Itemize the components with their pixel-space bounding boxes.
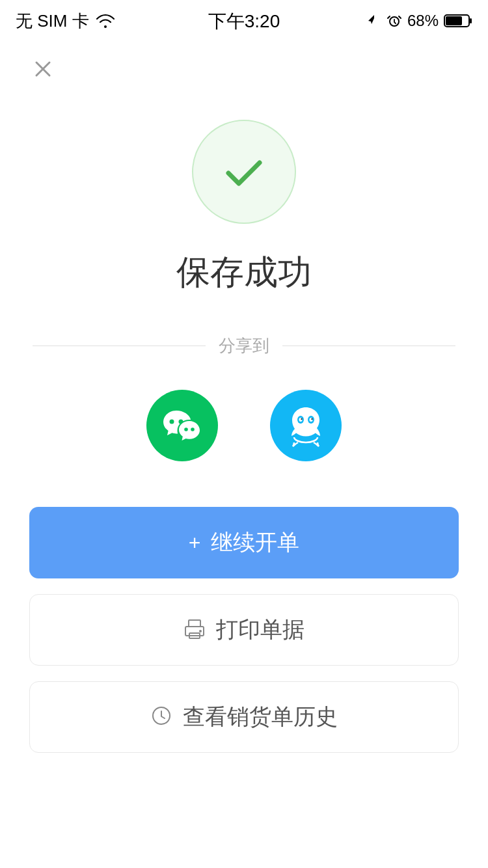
share-line-right — [282, 346, 455, 346]
svg-point-7 — [191, 427, 195, 431]
status-left: 无 SIM 卡 — [16, 10, 115, 33]
status-time: 下午3:20 — [208, 9, 280, 34]
share-wechat-button[interactable] — [146, 390, 218, 461]
success-title: 保存成功 — [176, 250, 312, 295]
close-icon — [31, 57, 55, 81]
share-line-left — [33, 346, 206, 346]
share-divider: 分享到 — [0, 334, 488, 357]
no-sim-text: 无 SIM 卡 — [16, 10, 89, 33]
history-label: 查看销货单历史 — [183, 702, 338, 732]
svg-point-6 — [184, 427, 188, 431]
share-label: 分享到 — [206, 334, 282, 357]
printer-icon — [183, 617, 206, 643]
share-icons — [146, 390, 342, 461]
print-button[interactable]: 打印单据 — [29, 594, 459, 666]
main-content: 保存成功 分享到 — [0, 42, 488, 753]
svg-rect-2 — [446, 16, 462, 25]
success-circle — [192, 120, 296, 224]
svg-point-12 — [301, 418, 302, 420]
history-icon — [150, 705, 172, 730]
plus-icon: + — [189, 532, 201, 553]
share-qq-button[interactable] — [270, 390, 342, 461]
continue-label: 继续开单 — [211, 528, 299, 558]
wechat-icon — [162, 408, 202, 444]
share-section: 分享到 — [0, 334, 488, 461]
svg-point-4 — [170, 419, 174, 424]
svg-point-17 — [199, 630, 202, 632]
alarm-icon — [386, 13, 402, 29]
battery-icon — [444, 14, 472, 28]
checkmark-icon — [218, 146, 270, 198]
qq-icon — [286, 403, 325, 448]
status-right: 68% — [367, 12, 472, 30]
action-buttons: + 继续开单 打印单据 查看销货单历史 — [29, 507, 459, 753]
svg-point-13 — [311, 418, 312, 420]
location-icon — [367, 14, 381, 28]
history-button[interactable]: 查看销货单历史 — [29, 681, 459, 753]
continue-button[interactable]: + 继续开单 — [29, 507, 459, 578]
wifi-icon — [96, 14, 115, 28]
svg-rect-14 — [189, 620, 200, 627]
print-label: 打印单据 — [216, 615, 305, 645]
close-button[interactable] — [26, 52, 60, 86]
svg-rect-3 — [470, 18, 472, 23]
battery-text: 68% — [407, 12, 439, 30]
status-bar: 无 SIM 卡 下午3:20 68% — [0, 0, 488, 42]
